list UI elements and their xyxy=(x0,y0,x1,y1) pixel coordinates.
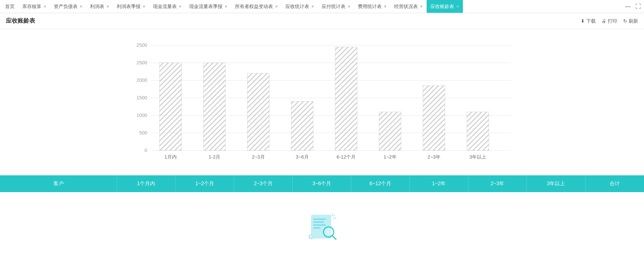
svg-line-32 xyxy=(334,218,336,218)
svg-text:2500: 2500 xyxy=(136,60,147,65)
tab-profit-quarterly[interactable]: 利润表季报 × xyxy=(113,0,149,13)
col-2-3y: 2~3年 xyxy=(468,175,527,192)
tab-close-ar-aging[interactable]: × xyxy=(456,4,459,9)
svg-text:2~3年: 2~3年 xyxy=(427,154,440,160)
col-1-2y: 1~2年 xyxy=(410,175,468,192)
tab-close-ar-stat[interactable]: × xyxy=(311,4,314,9)
svg-text:2500: 2500 xyxy=(136,42,147,48)
svg-text:6-12个月: 6-12个月 xyxy=(337,154,356,160)
minimize-button[interactable]: — xyxy=(624,3,632,11)
bar-2-3-year xyxy=(423,85,445,150)
bar-2-3-month xyxy=(247,73,269,150)
col-2-3m: 2~3个月 xyxy=(234,175,293,192)
refresh-icon: ↻ xyxy=(623,18,627,24)
col-1-2m: 1~2个月 xyxy=(176,175,234,192)
svg-text:3~6月: 3~6月 xyxy=(296,154,308,160)
tab-close-cashflow[interactable]: × xyxy=(179,4,181,9)
tab-profit[interactable]: 利润表 × xyxy=(86,0,113,13)
print-icon: 🖨 xyxy=(602,18,606,24)
chart-area: 0 500 1000 1500 2000 2500 2500 1月内 xyxy=(0,29,644,175)
svg-text:1500: 1500 xyxy=(136,95,147,100)
svg-point-29 xyxy=(325,229,332,235)
svg-text:500: 500 xyxy=(139,130,147,136)
tab-close-profit-quarterly[interactable]: × xyxy=(143,4,145,9)
tab-home[interactable]: 首页 xyxy=(1,0,19,13)
svg-rect-27 xyxy=(313,227,321,229)
col-3y-plus: 3年以上 xyxy=(527,175,585,192)
tab-bar-actions: — ⛶ xyxy=(624,3,643,11)
svg-text:1-2月: 1-2月 xyxy=(209,154,220,160)
empty-state xyxy=(0,192,644,263)
tab-inventory[interactable]: 库存核算 × xyxy=(19,0,50,13)
tab-close-expense-stat[interactable]: × xyxy=(384,4,386,9)
maximize-button[interactable]: ⛶ xyxy=(634,3,643,11)
tab-close-inventory[interactable]: × xyxy=(44,4,46,9)
svg-rect-24 xyxy=(313,218,326,220)
tab-ar-aging[interactable]: 应收账龄表 × xyxy=(427,0,463,13)
tab-ar-stat[interactable]: 应收统计表 × xyxy=(282,0,318,13)
header-actions: ⬇ 下载 🖨 打印 ↻ 刷新 xyxy=(581,18,638,24)
col-total: 合计 xyxy=(585,175,644,192)
svg-line-30 xyxy=(332,236,336,239)
svg-text:1000: 1000 xyxy=(136,113,147,118)
col-3-6m: 3~6个月 xyxy=(293,175,351,192)
tab-business[interactable]: 经营状况表 × xyxy=(390,0,427,13)
tab-close-ap-stat[interactable]: × xyxy=(348,4,350,9)
svg-rect-26 xyxy=(313,224,326,226)
tab-close-business[interactable]: × xyxy=(420,4,423,9)
svg-text:0: 0 xyxy=(145,148,147,153)
svg-text:2000: 2000 xyxy=(136,77,147,83)
refresh-button[interactable]: ↻ 刷新 xyxy=(623,18,638,24)
download-icon: ⬇ xyxy=(581,18,585,24)
col-customer: 客户 xyxy=(0,175,117,192)
bar-3-6-month xyxy=(291,102,313,150)
tab-close-balance[interactable]: × xyxy=(80,4,82,9)
page-header: 应收账龄表 ⬇ 下载 🖨 打印 ↻ 刷新 xyxy=(0,13,644,29)
tab-cashflow[interactable]: 现金流量表 × xyxy=(149,0,186,13)
page-title: 应收账龄表 xyxy=(6,17,35,25)
svg-rect-25 xyxy=(313,221,324,223)
empty-icon xyxy=(304,209,340,246)
svg-text:1~2年: 1~2年 xyxy=(383,154,396,160)
download-button[interactable]: ⬇ 下载 xyxy=(581,18,596,24)
svg-text:3年以上: 3年以上 xyxy=(469,154,486,160)
tab-equity[interactable]: 所有者权益变动表 × xyxy=(231,0,282,13)
svg-line-31 xyxy=(333,215,335,217)
svg-text:1月内: 1月内 xyxy=(164,154,176,160)
col-1m: 1个月内 xyxy=(117,175,176,192)
bar-1-month xyxy=(160,63,181,150)
tab-ap-stat[interactable]: 应付统计表 × xyxy=(318,0,354,13)
svg-text:2~3月: 2~3月 xyxy=(252,154,265,160)
main-content: 0 500 1000 1500 2000 2500 2500 1月内 xyxy=(0,29,644,263)
print-button[interactable]: 🖨 打印 xyxy=(602,18,617,24)
tab-balance[interactable]: 资产负债表 × xyxy=(50,0,86,13)
tab-close-equity[interactable]: × xyxy=(275,4,278,9)
bar-1-2-month xyxy=(203,63,225,150)
tab-close-cashflow-quarterly[interactable]: × xyxy=(225,4,227,9)
bar-chart: 0 500 1000 1500 2000 2500 2500 1月内 xyxy=(15,37,629,168)
tab-cashflow-quarterly[interactable]: 现金流量表季报 × xyxy=(186,0,231,13)
tab-close-profit[interactable]: × xyxy=(106,4,109,9)
bar-1-2-year xyxy=(379,112,401,150)
tab-expense-stat[interactable]: 费用统计表 × xyxy=(354,0,390,13)
col-6-12m: 6~12个月 xyxy=(351,175,410,192)
bar-6-12-month xyxy=(335,47,357,150)
tab-bar: 首页 库存核算 × 资产负债表 × 利润表 × 利润表季报 × 现金流量表 × … xyxy=(0,0,644,13)
bar-3-plus-year xyxy=(467,112,489,150)
table-header: 客户 1个月内 1~2个月 2~3个月 3~6个月 6~12个月 1~2年 2~… xyxy=(0,175,644,192)
